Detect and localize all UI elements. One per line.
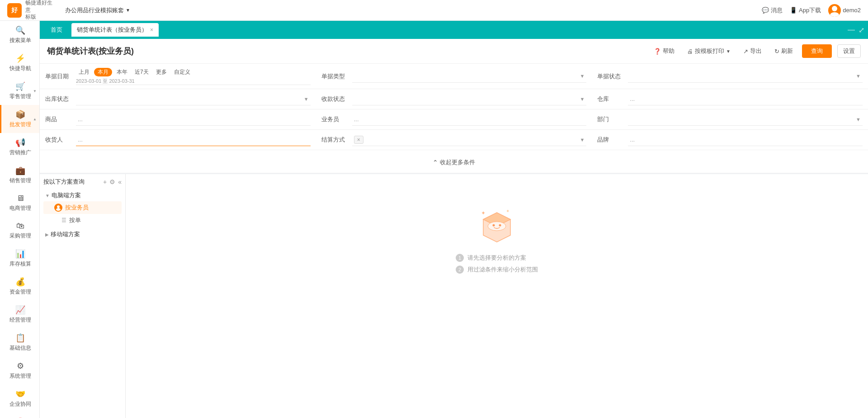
filter-warehouse-value[interactable]: ... (628, 93, 863, 105)
filter-docstatus-label: 单据状态 (597, 72, 628, 81)
date-more[interactable]: 更多 (153, 67, 170, 77)
panel-settings-icon[interactable]: ⚙ (109, 178, 115, 185)
sidebar-item-basic[interactable]: 📋 基础信息 (0, 328, 39, 356)
top-nav: 好 畅捷通好生意 标版 办公用品行业模拟账套 ▼ 💬 消息 📱 App下载 de… (0, 0, 868, 21)
page-header-section: 销货单统计表(按业务员) ❓ 帮助 🖨 按模板打印 ▼ ↗ (40, 39, 868, 173)
operations-icon: 📈 (15, 305, 25, 315)
filter-brand-value[interactable]: ... (628, 133, 863, 146)
sidebar-item-label: 搜索菜单 (9, 37, 31, 44)
enterprise-icon: 🤝 (15, 389, 25, 399)
filter-goods-value[interactable]: ... (76, 113, 311, 126)
date-this-month[interactable]: 本月 (94, 68, 112, 76)
date-last-month[interactable]: 上月 (76, 67, 92, 77)
tree-child-salesman[interactable]: 按业务员 (43, 201, 122, 214)
sidebar-item-inventory[interactable]: 📊 库存核算 (0, 244, 39, 272)
tab-active-page[interactable]: 销货单统计表（按业务员） × (71, 23, 159, 37)
panel-actions: + ⚙ « (103, 178, 122, 185)
filter-dept-value[interactable]: ▼ (628, 113, 863, 126)
download-button[interactable]: 📱 App下载 (790, 6, 821, 14)
purchase-icon: 🛍 (16, 221, 24, 231)
salesman-dots: ... (354, 116, 359, 123)
sidebar-item-newbie[interactable]: 🎯 新手引导 (0, 413, 39, 418)
help-button[interactable]: ❓ 帮助 (650, 45, 678, 57)
filter-date-value[interactable]: 上月 本月 本年 近7天 更多 自定义 2023-03-01 至 2023-03… (76, 67, 311, 85)
tip-num-2: 2 (456, 266, 464, 274)
retail-icon: 🛒 (15, 81, 25, 91)
panel-collapse-icon[interactable]: « (118, 178, 122, 185)
user-area[interactable]: demo2 (828, 4, 861, 17)
top-nav-right: 💬 消息 📱 App下载 demo2 (762, 4, 861, 17)
date-custom[interactable]: 自定义 (171, 67, 193, 77)
query-button[interactable]: 查询 (802, 44, 832, 58)
app-selector[interactable]: 办公用品行业模拟账套 ▼ (61, 5, 134, 16)
export-button[interactable]: ↗ 导出 (740, 45, 765, 57)
tab-home-label: 首页 (51, 26, 62, 33)
filter-outstatus-value[interactable]: ▼ (76, 93, 311, 105)
goods-dots: ... (78, 116, 83, 123)
sales-icon: 💼 (15, 166, 25, 176)
print-button[interactable]: 🖨 按模板打印 ▼ (684, 45, 734, 57)
filter-cell-salesman: 业务员 ... (316, 109, 592, 130)
sidebar-item-system[interactable]: ⚙ 系统管理 (0, 356, 39, 385)
sidebar-item-finance[interactable]: 💰 资金管理 (0, 272, 39, 300)
sidebar-item-purchase[interactable]: 🛍 采购管理 (0, 217, 39, 244)
panel-add-icon[interactable]: + (103, 178, 107, 185)
settlement-arrow: ▼ (580, 137, 585, 142)
sidebar-item-retail[interactable]: 🛒 零售管理 (0, 77, 39, 105)
collapse-icon: ⌃ (433, 159, 438, 166)
doctype-arrow: ▼ (580, 73, 585, 79)
sidebar-item-enterprise[interactable]: 🤝 企业协同 (0, 385, 39, 413)
tab-maximize-icon[interactable]: ⤢ (859, 26, 864, 34)
date-7days[interactable]: 近7天 (132, 67, 151, 77)
filter-docstatus-value[interactable]: ▼ (628, 70, 863, 83)
sidebar-item-ecommerce[interactable]: 🖥 电商管理 (0, 189, 39, 217)
svg-text:✦: ✦ (506, 209, 509, 214)
basic-icon: 📋 (15, 333, 25, 343)
tree-parent-desktop[interactable]: ▼ 电脑端方案 (43, 190, 122, 201)
collapse-row: ⌃ 收起更多条件 (40, 150, 868, 173)
sidebar-item-quick[interactable]: ⚡ 快捷导航 (0, 49, 39, 77)
filter-settlement-value[interactable]: × ▼ (352, 133, 587, 146)
svg-point-6 (488, 222, 506, 231)
sidebar-item-sales[interactable]: 💼 销售管理 (0, 161, 39, 189)
tree-grandchild-order[interactable]: ☰ 按单 (43, 214, 122, 227)
tree-parent-mobile[interactable]: ▶ 移动端方案 (43, 228, 122, 240)
date-this-year[interactable]: 本年 (114, 67, 130, 77)
tab-bar: 首页 销货单统计表（按业务员） × — ⤢ (40, 21, 868, 39)
refresh-button[interactable]: ↻ 刷新 (771, 45, 797, 57)
settings-button[interactable]: 设置 (837, 44, 861, 58)
empty-icon: ✦ ✦ (474, 201, 519, 247)
sidebar-item-marketing[interactable]: 📢 营销推广 (0, 133, 39, 161)
tab-page-label: 销货单统计表（按业务员） (77, 26, 147, 34)
filter-receiver-value[interactable]: ... (76, 133, 311, 146)
tip-num-1: 1 (456, 254, 464, 262)
username-label: demo2 (843, 7, 861, 14)
filter-cell-receivestatus: 收款状态 ▼ (316, 89, 592, 109)
sidebar-item-wholesale[interactable]: 📦 批发管理 (0, 105, 39, 133)
sidebar-item-operations[interactable]: 📈 经营管理 (0, 300, 39, 328)
settlement-tag: × (354, 136, 363, 144)
tree-section: ▼ 电脑端方案 按业务员 ☰ 按单 (43, 190, 122, 240)
tab-home[interactable]: 首页 (43, 23, 70, 37)
filter-salesman-value[interactable]: ... (352, 113, 587, 126)
message-button[interactable]: 💬 消息 (762, 6, 783, 14)
wholesale-icon: 📦 (15, 109, 25, 119)
refresh-icon: ↻ (774, 48, 779, 55)
svg-point-7 (493, 224, 495, 227)
sidebar-item-search[interactable]: 🔍 搜索菜单 (0, 21, 39, 49)
filter-receivestatus-value[interactable]: ▼ (352, 93, 587, 105)
tree-grandchild-label: 按单 (69, 216, 81, 224)
tree-parent-label: 移动端方案 (51, 230, 80, 238)
top-nav-left: 好 畅捷通好生意 标版 办公用品行业模拟账套 ▼ (7, 0, 134, 21)
filter-doctype-value[interactable]: ▼ (352, 70, 587, 83)
tab-minimize-icon[interactable]: — (848, 26, 855, 34)
chevron-down-icon: ▼ (126, 8, 130, 13)
avatar (828, 4, 841, 17)
page-header: 销货单统计表(按业务员) ❓ 帮助 🖨 按模板打印 ▼ ↗ (40, 39, 868, 63)
filter-settlement-label: 结算方式 (321, 136, 352, 144)
collapse-button[interactable]: ⌃ 收起更多条件 (433, 156, 475, 169)
tab-close-icon[interactable]: × (150, 27, 153, 33)
page-actions: ❓ 帮助 🖨 按模板打印 ▼ ↗ 导出 ↻ (650, 44, 861, 58)
settlement-tag-close[interactable]: × (357, 137, 360, 143)
help-label: 帮助 (663, 47, 675, 55)
